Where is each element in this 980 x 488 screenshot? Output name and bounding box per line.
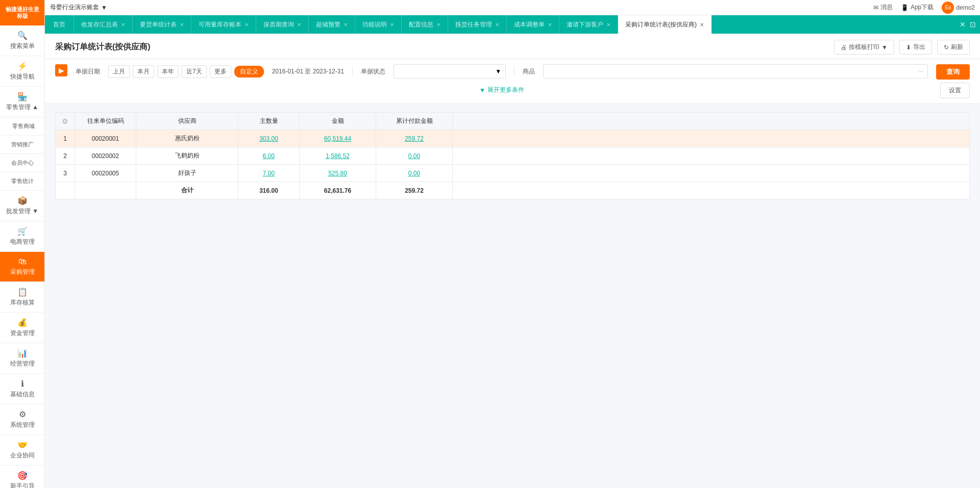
td-footer-extra <box>453 182 970 199</box>
tab-purchase-order-stats[interactable]: 采购订单统计表(按供应商) ✕ <box>618 15 712 34</box>
qty-link-2[interactable]: 6.00 <box>263 152 275 160</box>
tab-inventory-book[interactable]: 可用量库存账本 ✕ <box>191 15 256 34</box>
last-month-btn[interactable]: 上月 <box>108 65 130 78</box>
td-paid-2: 0.00 <box>376 147 453 165</box>
sidebar-item-search[interactable]: 🔍 搜索菜单 <box>0 25 45 56</box>
qty-link-3[interactable]: 7.00 <box>263 170 275 177</box>
sidebar-item-inventory[interactable]: 📋 库存核算 <box>0 282 45 313</box>
data-table: ⚙ 往来单位编码 供应商 主数量 金额 累计付款金额 1 00020001 <box>55 112 970 199</box>
sidebar-item-collab-label: 企业协同 <box>10 451 35 460</box>
th-amount: 金额 <box>300 113 376 130</box>
sidebar-item-finance[interactable]: 💰 资金管理 <box>0 313 45 343</box>
sidebar-item-basic[interactable]: ℹ 基础信息 <box>0 374 45 404</box>
export-btn[interactable]: ⬇ 导出 <box>899 40 932 55</box>
tab-order-stats-label: 要货单统计表 <box>140 20 177 29</box>
logo: 畅捷通好生意标版 <box>0 0 45 25</box>
tab-collection-summary[interactable]: 收发存汇总表 ✕ <box>74 15 133 34</box>
td-amount-1: 60,519.44 <box>300 130 376 147</box>
maximize-btn[interactable]: ⊡ <box>970 20 976 29</box>
td-footer-amount: 62,631.76 <box>300 182 376 199</box>
amount-link-3[interactable]: 525.80 <box>328 170 347 177</box>
goods-input[interactable]: ··· <box>543 64 928 79</box>
sidebar-item-wholesale[interactable]: 📦 批发管理 ▼ <box>0 191 45 221</box>
sidebar-item-guide[interactable]: 🎯 新手引导 <box>0 466 45 488</box>
sidebar-item-marketing[interactable]: 营销推广 <box>0 136 45 154</box>
tab-collection-summary-label: 收发存汇总表 <box>81 20 118 29</box>
template-print-btn[interactable]: 🖨 按模板打印 ▼ <box>834 40 894 55</box>
tab-function-desc[interactable]: 功能说明 ✕ <box>355 15 402 34</box>
qty-link-1[interactable]: 303.00 <box>259 135 278 142</box>
column-settings-icon[interactable]: ⚙ <box>62 117 68 125</box>
tab-pick-task[interactable]: 拣货任务管理 ✕ <box>448 15 507 34</box>
refresh-btn[interactable]: ↻ 刷新 <box>937 40 970 55</box>
tab-home-label: 首页 <box>53 20 65 29</box>
dropdown-arrow-icon: ▼ <box>101 4 107 11</box>
tab-purchase-order-stats-close[interactable]: ✕ <box>700 22 704 28</box>
tab-cost-adjust-close[interactable]: ✕ <box>548 22 552 28</box>
tab-function-desc-close[interactable]: ✕ <box>390 22 394 28</box>
status-filter-label: 单据状态 <box>361 67 385 76</box>
sidebar-item-retail-mall[interactable]: 零售商城 <box>0 117 45 136</box>
td-extra-1 <box>453 130 970 147</box>
tab-expiry-label: 保质期查询 <box>263 20 294 29</box>
tab-inventory-book-close[interactable]: ✕ <box>244 22 249 28</box>
tab-config-close[interactable]: ✕ <box>436 22 440 28</box>
tab-cost-adjust[interactable]: 成本调整单 ✕ <box>507 15 559 34</box>
sidebar-item-ecommerce[interactable]: 🛒 电商管理 <box>0 221 45 252</box>
sidebar-item-marketing-label: 营销推广 <box>11 141 34 148</box>
tab-overstock[interactable]: 超储预警 ✕ <box>309 15 355 34</box>
tab-invite-downstream-close[interactable]: ✕ <box>606 22 610 28</box>
tab-order-stats-close[interactable]: ✕ <box>180 22 184 28</box>
td-extra-3 <box>453 165 970 182</box>
sidebar-item-guide-label: 新手引导 <box>10 482 35 488</box>
expand-more-btn[interactable]: ▼ 展开更多条件 <box>76 83 928 95</box>
filter-toggle-btn[interactable]: ▶ <box>55 64 67 76</box>
query-actions: 查询 设置 <box>936 64 970 98</box>
paid-link-1[interactable]: 259.72 <box>405 135 424 142</box>
phone-icon: 📱 <box>901 4 909 11</box>
more-date-btn[interactable]: 更多 <box>210 65 231 78</box>
tab-expiry-close[interactable]: ✕ <box>297 22 301 28</box>
status-select[interactable]: ▼ <box>394 64 506 79</box>
settings-btn[interactable]: 设置 <box>940 83 970 98</box>
message-btn[interactable]: ✉ 消息 <box>873 3 893 12</box>
sidebar-item-operation[interactable]: 📊 经营管理 <box>0 343 45 374</box>
account-selector[interactable]: 母婴行业演示账套 ▼ <box>50 3 107 12</box>
sidebar-item-retail-stat[interactable]: 零售统计 <box>0 172 45 191</box>
td-code-3: 00020005 <box>75 165 136 182</box>
tab-home[interactable]: 首页 <box>45 15 74 34</box>
tab-expiry[interactable]: 保质期查询 ✕ <box>256 15 309 34</box>
sidebar-item-member[interactable]: 会员中心 <box>0 154 45 172</box>
last-7-days-btn[interactable]: 近7天 <box>182 65 207 78</box>
app-download-btn[interactable]: 📱 App下载 <box>901 3 934 12</box>
sidebar-item-retail[interactable]: 🏪 零售管理 ▲ <box>0 87 45 117</box>
query-btn[interactable]: 查询 <box>936 64 970 80</box>
th-extra <box>453 113 970 130</box>
amount-link-2[interactable]: 1,586.52 <box>326 152 350 160</box>
tab-overstock-close[interactable]: ✕ <box>344 22 348 28</box>
th-paid: 累计付款金额 <box>376 113 453 130</box>
paid-link-2[interactable]: 0.00 <box>408 152 420 160</box>
tab-config[interactable]: 配置信息 ✕ <box>402 15 448 34</box>
tab-overstock-label: 超储预警 <box>316 20 340 29</box>
sidebar-item-purchase[interactable]: 🛍 采购管理 <box>0 252 45 282</box>
close-all-tabs-btn[interactable]: ✕ <box>960 20 966 29</box>
this-month-btn[interactable]: 本月 <box>133 65 154 78</box>
sidebar-item-quicknav[interactable]: ⚡ 快捷导航 <box>0 56 45 87</box>
sidebar-item-collab[interactable]: 🤝 企业协同 <box>0 435 45 466</box>
tab-order-stats[interactable]: 要货单统计表 ✕ <box>133 15 191 34</box>
sidebar-item-system[interactable]: ⚙ 系统管理 <box>0 404 45 435</box>
tab-pick-task-close[interactable]: ✕ <box>495 22 499 28</box>
paid-link-3[interactable]: 0.00 <box>408 170 420 177</box>
td-footer-qty: 316.00 <box>238 182 300 199</box>
tab-invite-downstream[interactable]: 邀请下游客户 ✕ <box>559 15 618 34</box>
tab-collection-summary-close[interactable]: ✕ <box>121 22 125 28</box>
td-code-1: 00020001 <box>75 130 136 147</box>
sidebar: 畅捷通好生意标版 🔍 搜索菜单 ⚡ 快捷导航 🏪 零售管理 ▲ 零售商城 营销推… <box>0 0 45 488</box>
td-code-2: 00020002 <box>75 147 136 165</box>
this-year-btn[interactable]: 本年 <box>157 65 179 78</box>
amount-link-1[interactable]: 60,519.44 <box>324 135 351 142</box>
goods-more-btn[interactable]: ··· <box>918 68 923 75</box>
user-profile[interactable]: Ea demo2 <box>942 2 975 14</box>
expand-more-label: 展开更多条件 <box>487 86 524 94</box>
